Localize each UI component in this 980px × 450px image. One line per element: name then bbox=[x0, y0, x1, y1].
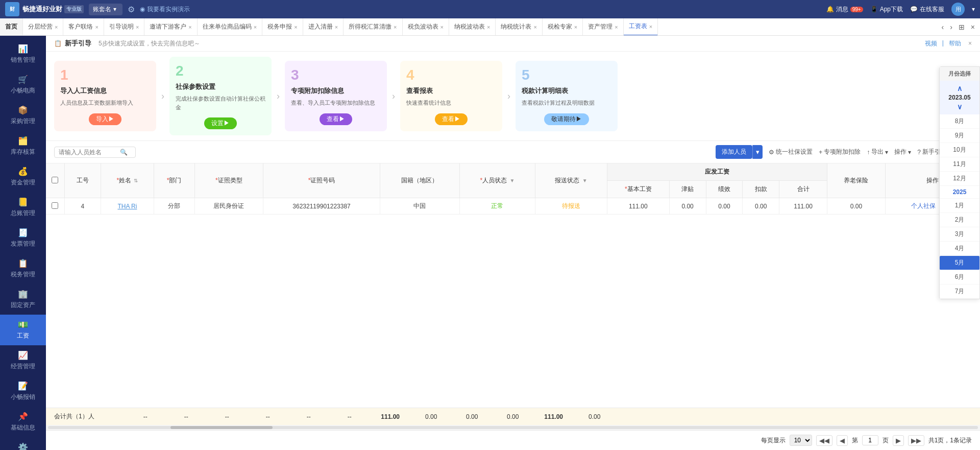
month-item-year-2025[interactable]: 2025 bbox=[940, 186, 979, 199]
tab-customer[interactable]: 客户联络 × bbox=[63, 18, 104, 36]
tab-guide-close[interactable]: × bbox=[136, 24, 139, 30]
tab-partition-close[interactable]: × bbox=[55, 24, 58, 30]
step-btn-5[interactable]: 敬请期待▶ bbox=[544, 113, 589, 125]
month-prev-btn[interactable]: ∧ bbox=[957, 84, 962, 92]
tab-scroll-left-btn[interactable]: ‹ bbox=[939, 22, 946, 32]
tab-commodity[interactable]: 往来单位商品编码 × bbox=[198, 18, 262, 36]
tab-home[interactable]: 首页 bbox=[0, 18, 23, 36]
tab-payroll[interactable]: 工资表 × bbox=[624, 18, 658, 36]
tab-payroll-close[interactable]: × bbox=[649, 23, 652, 30]
toolbar-export[interactable]: ↑ 导出 ▾ bbox=[867, 148, 888, 156]
month-item-6[interactable]: 6月 bbox=[940, 270, 979, 285]
row-allowance: 0.00 bbox=[669, 198, 706, 215]
search-input[interactable] bbox=[59, 149, 120, 156]
tab-taxreduction-close[interactable]: × bbox=[440, 24, 444, 30]
tab-taxexpert-close[interactable]: × bbox=[574, 24, 577, 30]
guide-close-btn[interactable]: × bbox=[968, 40, 972, 47]
step-btn-3[interactable]: 查看▶ bbox=[320, 113, 352, 125]
tab-customer-close[interactable]: × bbox=[95, 24, 98, 30]
month-item-10[interactable]: 10月 bbox=[940, 143, 979, 157]
tab-close-all-btn[interactable]: × bbox=[969, 22, 977, 32]
row-checkbox[interactable] bbox=[52, 202, 58, 209]
month-item-9[interactable]: 9月 bbox=[940, 129, 979, 143]
add-person-dropdown[interactable]: ▾ bbox=[752, 145, 763, 159]
tab-invite[interactable]: 邀请下游客户 × bbox=[144, 18, 197, 36]
tab-clearance[interactable]: 进入清册 × bbox=[303, 18, 344, 36]
tab-taxstatwave[interactable]: 纳税波动表 × bbox=[449, 18, 496, 36]
guide-video-link[interactable]: 视频 bbox=[925, 39, 937, 48]
sidebar-item-inventory[interactable]: 🗂️ 库存核算 bbox=[0, 131, 46, 161]
month-item-3[interactable]: 3月 bbox=[940, 227, 979, 242]
online-service-btn[interactable]: 💬 在线客服 bbox=[910, 5, 944, 14]
month-item-12[interactable]: 12月 bbox=[940, 172, 979, 186]
page-size-select[interactable]: 10 20 50 bbox=[790, 435, 812, 446]
sidebar-item-sales[interactable]: 📊 销售管理 bbox=[0, 39, 46, 69]
tab-taxcalc-close[interactable]: × bbox=[394, 24, 397, 30]
add-person-btn[interactable]: 添加人员 bbox=[716, 145, 752, 159]
sidebar-item-payroll[interactable]: 💵 工资 bbox=[0, 315, 46, 345]
footer-val-performance: 0.00 bbox=[452, 413, 493, 420]
next-page-btn[interactable]: ▶ bbox=[893, 435, 904, 446]
th-performance: 绩效 bbox=[706, 181, 743, 198]
sidebar-item-purchase[interactable]: 📦 采购管理 bbox=[0, 100, 46, 131]
tab-more-btn[interactable]: ⊞ bbox=[957, 22, 967, 32]
step-btn-1[interactable]: 导入▶ bbox=[89, 113, 121, 125]
month-item-4[interactable]: 4月 bbox=[940, 242, 979, 256]
month-next-btn[interactable]: ∨ bbox=[957, 103, 962, 111]
app-download-btn[interactable]: 📱 App下载 bbox=[870, 5, 903, 14]
first-page-btn[interactable]: ◀◀ bbox=[816, 435, 832, 446]
tab-taxstattable-close[interactable]: × bbox=[533, 24, 536, 30]
sidebar-item-ecommerce[interactable]: 🛒 小畅电商 bbox=[0, 69, 46, 100]
sidebar-item-assets[interactable]: 🏢 固定资产 bbox=[0, 284, 46, 315]
sidebar-item-ledger[interactable]: 📒 总账管理 bbox=[0, 192, 46, 223]
tab-taxcalc[interactable]: 所得税汇算清缴 × bbox=[344, 18, 402, 36]
settings-icon-btn[interactable]: ⚙ bbox=[128, 5, 135, 14]
toolbar-operate[interactable]: 操作 ▾ bbox=[894, 148, 911, 156]
tab-taxreport-close[interactable]: × bbox=[294, 24, 297, 30]
tab-guide[interactable]: 引导说明 × bbox=[104, 18, 144, 36]
step-btn-4[interactable]: 查看▶ bbox=[435, 113, 468, 125]
sidebar-item-report[interactable]: 📝 小畅报销 bbox=[0, 376, 46, 407]
tab-commodity-close[interactable]: × bbox=[254, 24, 257, 30]
tab-taxexpert[interactable]: 税检专家 × bbox=[543, 18, 583, 36]
tab-clearance-close[interactable]: × bbox=[335, 24, 338, 30]
tab-assetmgr[interactable]: 资产管理 × bbox=[583, 18, 623, 36]
sidebar-item-invoice[interactable]: 🧾 发票管理 bbox=[0, 223, 46, 253]
sidebar-item-tax[interactable]: 📋 税务管理 bbox=[0, 253, 46, 284]
tab-scroll-right-btn[interactable]: › bbox=[948, 22, 954, 32]
month-item-5[interactable]: 5月 bbox=[940, 256, 979, 270]
tab-taxstattable[interactable]: 纳税统计表 × bbox=[496, 18, 542, 36]
user-menu-btn[interactable]: ▾ bbox=[972, 6, 975, 13]
tab-taxreport[interactable]: 税务申报 × bbox=[262, 18, 303, 36]
last-page-btn[interactable]: ▶▶ bbox=[908, 435, 924, 446]
guide-help-link[interactable]: 帮助 bbox=[949, 39, 961, 48]
page-input[interactable] bbox=[862, 435, 878, 445]
month-item-11[interactable]: 11月 bbox=[940, 157, 979, 172]
month-item-2[interactable]: 2月 bbox=[940, 213, 979, 227]
sidebar-item-operations[interactable]: 📈 经营管理 bbox=[0, 345, 46, 376]
account-selector[interactable]: 账套名 ▾ bbox=[89, 4, 122, 15]
step-btn-2[interactable]: 设置▶ bbox=[204, 117, 237, 129]
notification-btn[interactable]: 🔔 消息 99+ bbox=[826, 5, 863, 14]
demo-link[interactable]: ◉ 我要看实例演示 bbox=[140, 5, 192, 14]
tab-assetmgr-close[interactable]: × bbox=[615, 24, 618, 30]
tab-taxstatwave-close[interactable]: × bbox=[487, 24, 490, 30]
search-icon[interactable]: 🔍 bbox=[120, 149, 128, 156]
sidebar-item-basic[interactable]: 📌 基础信息 bbox=[0, 407, 46, 437]
user-avatar[interactable]: 用 bbox=[951, 3, 965, 16]
tab-partition[interactable]: 分层经营 × bbox=[23, 18, 63, 36]
toolbar-special-deduct[interactable]: + 专项附加扣除 bbox=[819, 148, 861, 156]
horizontal-scrollbar[interactable] bbox=[46, 425, 980, 430]
month-item-8[interactable]: 8月 bbox=[940, 114, 979, 129]
tab-invite-close[interactable]: × bbox=[188, 24, 191, 30]
tab-taxreduction[interactable]: 税负波动表 × bbox=[403, 18, 449, 36]
action-personal-insurance[interactable]: 个人社保 bbox=[911, 202, 936, 209]
prev-page-btn[interactable]: ◀ bbox=[837, 435, 848, 446]
sidebar-item-finance[interactable]: 💰 资金管理 bbox=[0, 161, 46, 192]
month-item-7[interactable]: 7月 bbox=[940, 285, 979, 299]
select-all-checkbox[interactable] bbox=[52, 177, 58, 183]
sidebar-item-system[interactable]: ⚙️ 系统管理 bbox=[0, 437, 46, 450]
month-item-1[interactable]: 1月 bbox=[940, 199, 979, 213]
toolbar-unified-settings[interactable]: ⚙ 统一社保设置 bbox=[769, 148, 813, 156]
scrollbar-thumb[interactable] bbox=[170, 426, 273, 429]
